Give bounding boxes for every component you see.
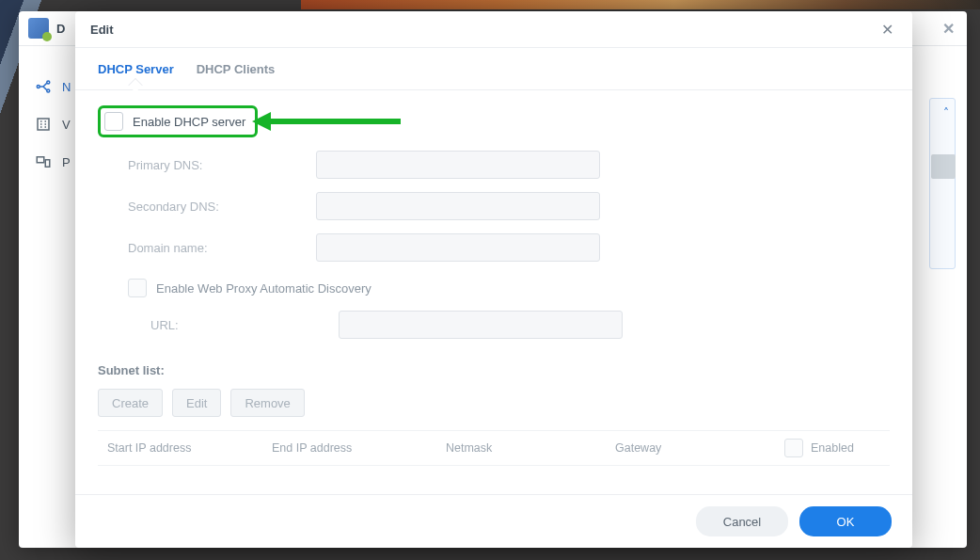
label-secondary-dns: Secondary DNS: (98, 200, 316, 214)
panel-fragment (931, 154, 956, 179)
input-primary-dns[interactable] (316, 151, 600, 179)
col-netmask: Netmask (446, 441, 615, 455)
collapsed-panel[interactable]: ˄ (929, 98, 956, 269)
sidebar-item-label: V (62, 118, 71, 132)
network-icon (34, 77, 53, 96)
cancel-button[interactable]: Cancel (696, 506, 788, 536)
dialog-close-button[interactable]: ✕ (877, 19, 897, 40)
col-enabled-checkbox[interactable] (784, 439, 803, 457)
dialog-body: Enable DHCP server Primary DNS: Secondar… (75, 90, 912, 494)
annotation-arrow-icon (252, 107, 403, 136)
svg-rect-4 (37, 157, 44, 163)
wpad-label: Enable Web Proxy Automatic Discovery (156, 281, 371, 296)
svg-point-1 (47, 81, 50, 84)
window-close-icon[interactable]: ✕ (939, 20, 957, 38)
remove-button[interactable]: Remove (230, 389, 304, 417)
row-wpad: Enable Web Proxy Automatic Discovery (98, 279, 890, 297)
svg-point-0 (37, 86, 40, 88)
app-icon (28, 18, 49, 39)
label-domain-name: Domain name: (98, 241, 316, 255)
wpad-checkbox[interactable] (128, 279, 147, 297)
row-domain-name: Domain name: (98, 233, 890, 262)
tab-dhcp-server[interactable]: DHCP Server (98, 48, 174, 89)
row-secondary-dns: Secondary DNS: (98, 192, 890, 220)
building-icon (34, 115, 53, 134)
subnet-button-row: Create Edit Remove (98, 389, 890, 417)
sidebar-item-label: N (62, 80, 71, 94)
create-button[interactable]: Create (98, 389, 163, 417)
ok-button[interactable]: OK (799, 506, 892, 536)
tab-dhcp-clients[interactable]: DHCP Clients (197, 48, 276, 89)
dialog-footer: Cancel OK (75, 494, 912, 548)
dialog-tabs: DHCP Server DHCP Clients (75, 48, 912, 90)
edit-button[interactable]: Edit (172, 389, 221, 417)
devices-icon (34, 152, 53, 171)
edit-dialog: Edit ✕ DHCP Server DHCP Clients Enable D… (75, 11, 912, 548)
dialog-title: Edit (90, 23, 114, 37)
input-domain-name[interactable] (316, 233, 600, 262)
col-enabled: Enabled (784, 439, 884, 457)
chevron-up-icon: ˄ (943, 106, 949, 120)
svg-point-2 (47, 89, 50, 92)
enable-dhcp-highlight: Enable DHCP server (98, 105, 258, 137)
col-start-ip: Start IP address (103, 441, 272, 455)
col-enabled-label: Enabled (811, 441, 854, 455)
row-primary-dns: Primary DNS: (98, 151, 890, 179)
row-wpad-url: URL: (98, 311, 890, 339)
label-primary-dns: Primary DNS: (98, 158, 316, 172)
enable-dhcp-checkbox[interactable] (104, 112, 123, 131)
sidebar-item-label: P (62, 155, 71, 169)
subnet-list-title: Subnet list: (98, 363, 890, 377)
col-gateway: Gateway (615, 441, 784, 455)
dialog-header: Edit ✕ (75, 11, 912, 48)
enable-dhcp-label: Enable DHCP server (133, 115, 245, 129)
label-wpad-url: URL: (98, 318, 339, 332)
svg-rect-3 (38, 119, 49, 130)
subnet-table-header: Start IP address End IP address Netmask … (98, 430, 890, 466)
input-secondary-dns[interactable] (316, 192, 600, 220)
app-title: D (56, 22, 65, 36)
svg-rect-5 (45, 160, 50, 168)
input-wpad-url[interactable] (339, 311, 623, 339)
col-end-ip: End IP address (272, 441, 446, 455)
